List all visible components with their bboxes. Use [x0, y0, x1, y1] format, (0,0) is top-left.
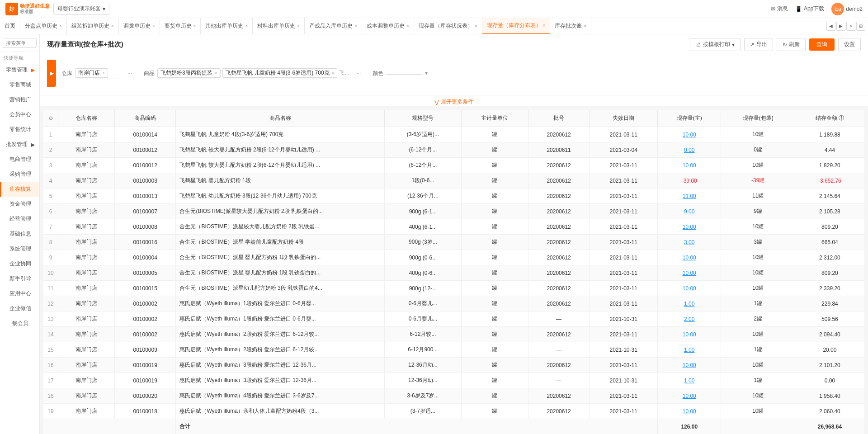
- row-stock-main[interactable]: 10.00: [658, 158, 721, 173]
- download-icon: 📱: [795, 6, 802, 12]
- tab-close-icon[interactable]: ×: [354, 24, 357, 28]
- row-spec: 0-6月婴儿...: [384, 311, 461, 327]
- sidebar-item-retail-mall[interactable]: 零售商城: [0, 77, 39, 92]
- user-avatar-area[interactable]: Ea demo2: [831, 3, 863, 15]
- row-stock-main[interactable]: 1.00: [658, 296, 721, 311]
- tab-close-icon[interactable]: ×: [193, 24, 196, 28]
- tab-other-out[interactable]: 其他出库单历史 ×: [201, 18, 253, 34]
- tab-prev-btn[interactable]: ◀: [826, 22, 835, 31]
- tab-allocation[interactable]: 调拨单历史 ×: [119, 18, 160, 34]
- tab-close-icon[interactable]: ×: [245, 24, 248, 28]
- sidebar-item-system[interactable]: 系统管理: [0, 241, 39, 256]
- tab-close-icon[interactable]: ×: [297, 24, 300, 28]
- tab-requisition[interactable]: 要货单历史 ×: [160, 18, 201, 34]
- col-settings[interactable]: ⚙: [43, 110, 58, 127]
- tab-close-icon[interactable]: ×: [59, 24, 62, 28]
- row-stock-main[interactable]: 10.00: [658, 250, 721, 265]
- company-selector[interactable]: 母婴行业演示账套 ▾: [53, 3, 109, 15]
- export-btn[interactable]: ↗ 导出: [744, 38, 773, 51]
- row-stock-main[interactable]: 10.00: [658, 265, 721, 281]
- tab-cost-adjust[interactable]: 成本调整单历史 ×: [362, 18, 414, 34]
- row-warehouse: 南岸门店: [58, 311, 115, 327]
- tab-product-in[interactable]: 产成品入库单历史 ×: [305, 18, 362, 34]
- row-spec: 900g (6-1...: [384, 204, 461, 219]
- tab-material-out[interactable]: 材料出库单历史 ×: [253, 18, 305, 34]
- tab-close-icon[interactable]: ×: [111, 24, 114, 28]
- row-expire: 2021-10-31: [590, 342, 658, 358]
- message-btn[interactable]: ✉ 消息: [771, 5, 788, 13]
- row-stock-main[interactable]: 9.00: [658, 204, 721, 219]
- sidebar-item-member-benefit[interactable]: 畅会员: [0, 316, 39, 331]
- row-stock-main[interactable]: 1.00: [658, 373, 721, 388]
- sidebar-item-retail-mgmt[interactable]: 零售管理 ▶: [0, 62, 39, 77]
- sidebar-item-inventory[interactable]: 库存核算: [0, 182, 39, 197]
- app-download-btn[interactable]: 📱 App下载: [795, 5, 824, 13]
- warehouse-tag: 南岸门店 ×: [75, 68, 108, 78]
- query-btn[interactable]: 查询: [809, 38, 835, 51]
- row-code: 00100009: [115, 342, 176, 358]
- row-name: 惠氏启赋（Wyeth illuma）3段奶粉 爱尔兰进口 12-36月...: [176, 373, 385, 388]
- product-tag-2-close[interactable]: ×: [332, 71, 335, 75]
- row-batch: 20200612: [528, 219, 589, 235]
- sidebar-item-new-guide[interactable]: 新手引导: [0, 271, 39, 286]
- row-stock-main[interactable]: 10.00: [658, 404, 721, 419]
- expand-conditions-btn[interactable]: ⋁ 展开更多条件: [40, 95, 868, 106]
- product-value: 飞鹤奶粉3段丙搭提装 × 飞鹤星飞帆 儿童奶粉 4段(3-6岁适用) 700克 …: [157, 67, 349, 79]
- row-stock-pkg: 10罐: [721, 127, 795, 142]
- print-template-btn[interactable]: 🖨 按模板打印 ▾: [690, 38, 741, 51]
- tab-close-icon[interactable]: ×: [406, 24, 409, 28]
- tab-stock-dist[interactable]: 现存量（库存分布表） ×: [482, 18, 551, 34]
- row-stock-main[interactable]: 10.00: [658, 127, 721, 142]
- settings-icon[interactable]: ⚙: [47, 115, 54, 122]
- tab-close-icon[interactable]: ×: [475, 24, 477, 28]
- product-tag-1-close[interactable]: ×: [215, 71, 217, 75]
- sidebar-item-purchase[interactable]: 采购管理: [0, 167, 39, 182]
- sidebar-item-label: 零售管理: [6, 66, 28, 74]
- row-code: 00100013: [115, 189, 176, 204]
- sidebar-item-operations[interactable]: 经营管理: [0, 212, 39, 226]
- sidebar-item-retail-stats[interactable]: 零售统计: [0, 122, 39, 137]
- row-stock-main[interactable]: 3.00: [658, 235, 721, 250]
- tab-home[interactable]: 首页: [0, 18, 20, 34]
- tab-disassemble[interactable]: 组装拆卸单历史 ×: [67, 18, 119, 34]
- row-stock-main[interactable]: 1.00: [658, 342, 721, 358]
- tab-batch-account[interactable]: 库存批次账 ×: [550, 18, 591, 34]
- color-value[interactable]: [386, 72, 422, 75]
- sidebar-item-marketing[interactable]: 营销推广: [0, 92, 39, 107]
- sidebar-item-basic-info[interactable]: 基础信息: [0, 226, 39, 241]
- refresh-btn[interactable]: ↻ 刷新: [777, 38, 806, 51]
- row-code: 00100012: [115, 158, 176, 173]
- settings-btn[interactable]: 设置: [838, 38, 861, 51]
- row-name: 合生元（BIOSTIME）派星 学龄前儿童配方奶粉 4段: [176, 235, 385, 250]
- tab-split-inventory[interactable]: 分盘点单历史 ×: [20, 18, 67, 34]
- tab-stock-status[interactable]: 现存量（库存状况表） ×: [414, 18, 482, 34]
- row-stock-main[interactable]: 10.00: [658, 388, 721, 404]
- warehouse-tag-close[interactable]: ×: [102, 71, 105, 75]
- sidebar-item-wholesale[interactable]: 批发管理 ▶: [0, 137, 39, 152]
- tab-close-all-btn[interactable]: ×: [846, 22, 855, 31]
- sidebar-item-member[interactable]: 会员中心: [0, 107, 39, 122]
- tab-menu-btn[interactable]: ⊞: [856, 22, 865, 31]
- sidebar-item-ecommerce[interactable]: 电商管理: [0, 152, 39, 167]
- filter-expand-btn[interactable]: ▶: [47, 60, 56, 87]
- table-row: 2 南岸门店 00100012 飞鹤星飞帆 较大婴儿配方奶粉 2段(6-12个月…: [43, 142, 864, 158]
- row-stock-main[interactable]: 11.00: [658, 189, 721, 204]
- sidebar-item-finance[interactable]: 资金管理: [0, 197, 39, 212]
- row-stock-main[interactable]: 10.00: [658, 219, 721, 235]
- tab-next-btn[interactable]: ▶: [836, 22, 845, 31]
- sidebar-item-enterprise[interactable]: 企业协同: [0, 256, 39, 271]
- search-input[interactable]: [3, 38, 37, 48]
- tab-close-icon[interactable]: ×: [543, 23, 546, 28]
- sidebar-item-enterprise-wechat[interactable]: 企业微信: [0, 301, 39, 316]
- tab-close-icon[interactable]: ×: [584, 24, 586, 28]
- row-name: 惠氏启赋（Wyeth illuma）2段奶粉 爱尔兰进口 6-12月较...: [176, 342, 385, 358]
- row-stock-main[interactable]: 2.00: [658, 311, 721, 327]
- row-stock-main[interactable]: 10.00: [658, 281, 721, 296]
- row-stock-main[interactable]: -39.00: [658, 173, 721, 189]
- row-stock-main[interactable]: 10.00: [658, 327, 721, 342]
- tab-close-icon[interactable]: ×: [152, 24, 155, 28]
- row-stock-main[interactable]: 10.00: [658, 358, 721, 373]
- sidebar-item-app-center[interactable]: 应用中心: [0, 286, 39, 301]
- row-stock-main[interactable]: 0.00: [658, 142, 721, 158]
- row-warehouse: 南岸门店: [58, 189, 115, 204]
